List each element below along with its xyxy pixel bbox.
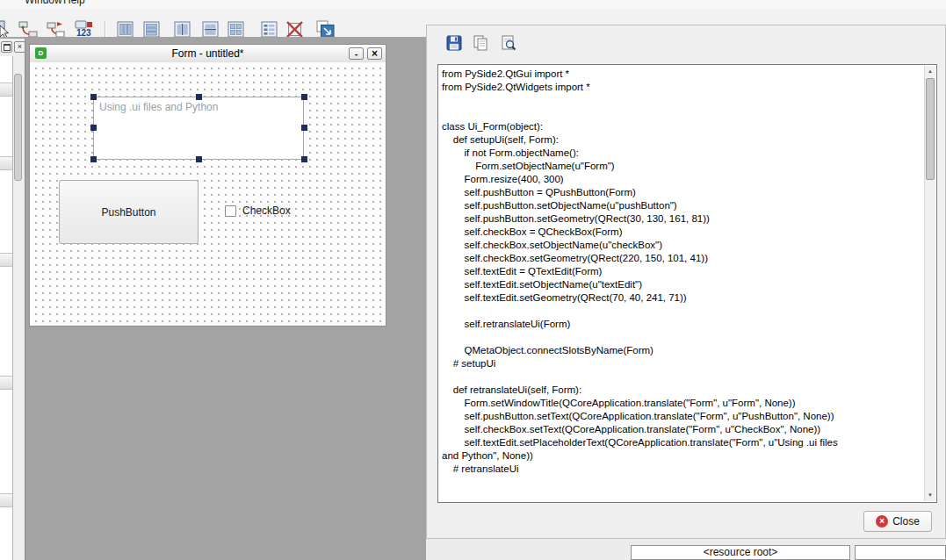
selection-handle-nw[interactable]: [90, 94, 97, 100]
widget-box-category[interactable]: [0, 253, 12, 267]
view-code-dialog: from PySide2.QtGui import * from PySide2…: [426, 25, 946, 539]
save-icon[interactable]: [444, 33, 464, 53]
checkbox-indicator[interactable]: [225, 205, 236, 217]
widget-box-category[interactable]: [0, 493, 12, 507]
selection-handle-sw[interactable]: [90, 156, 97, 162]
find-icon[interactable]: [499, 33, 518, 53]
main-toolbar: 123: [0, 8, 426, 38]
widget-box-category[interactable]: [0, 376, 12, 390]
checkbox-widget[interactable]: CheckBox: [225, 203, 291, 219]
form-close-button[interactable]: ×: [367, 47, 382, 60]
scroll-up-icon[interactable]: ▲: [925, 66, 935, 77]
float-icon: [4, 44, 11, 51]
form-minimize-button[interactable]: -: [349, 47, 364, 60]
form-title: Form - untitled*: [30, 45, 386, 62]
pushbutton-widget[interactable]: PushButton: [59, 180, 199, 244]
close-button-label: Close: [892, 515, 920, 528]
widget-box-scrollbar[interactable]: [14, 74, 22, 181]
dialog-close-button[interactable]: × Close: [863, 511, 932, 532]
selection-handle-se[interactable]: [301, 156, 307, 162]
dock-float-button[interactable]: [1, 41, 12, 53]
selection-handle-w[interactable]: [90, 125, 97, 131]
code-editor[interactable]: from PySide2.QtGui import * from PySide2…: [437, 64, 937, 503]
form-titlebar[interactable]: D Form - untitled* - ×: [30, 45, 386, 63]
widget-box-category[interactable]: [0, 83, 12, 97]
textedit-widget[interactable]: Using .ui files and Python: [93, 97, 304, 160]
checkbox-label: CheckBox: [242, 205, 291, 217]
selection-handle-s[interactable]: [196, 156, 202, 162]
widget-box-dock-fragment: ×: [0, 39, 25, 560]
bottom-panel-fragment: <resource root>: [426, 539, 946, 560]
textedit-placeholder: Using .ui files and Python: [94, 97, 303, 117]
scrollbar-thumb[interactable]: [926, 78, 935, 180]
qt-designer-window: Window Help 123: [0, 0, 946, 560]
resource-panel-fragment[interactable]: [855, 545, 946, 560]
widget-box-list-fragment[interactable]: [0, 56, 13, 560]
selection-handle-e[interactable]: [301, 125, 307, 131]
dock-close-button[interactable]: ×: [14, 41, 25, 53]
resource-root-label: <resource root>: [704, 546, 778, 558]
code-scrollbar[interactable]: ▲ ▼: [924, 66, 935, 501]
form-canvas[interactable]: Using .ui files and Python PushButton Ch…: [30, 62, 386, 326]
scroll-down-icon[interactable]: ▼: [925, 490, 935, 501]
widget-box-category[interactable]: [0, 156, 12, 170]
resource-root-item[interactable]: <resource root>: [631, 545, 850, 560]
selection-handle-ne[interactable]: [301, 94, 307, 100]
selection-handle-n[interactable]: [196, 94, 202, 100]
copy-icon[interactable]: [471, 33, 490, 53]
code-text: from PySide2.QtGui import * from PySide2…: [438, 65, 936, 478]
close-circle-icon: ×: [876, 515, 888, 528]
form-editor-window: D Form - untitled* - × Using .ui files a…: [29, 44, 386, 327]
